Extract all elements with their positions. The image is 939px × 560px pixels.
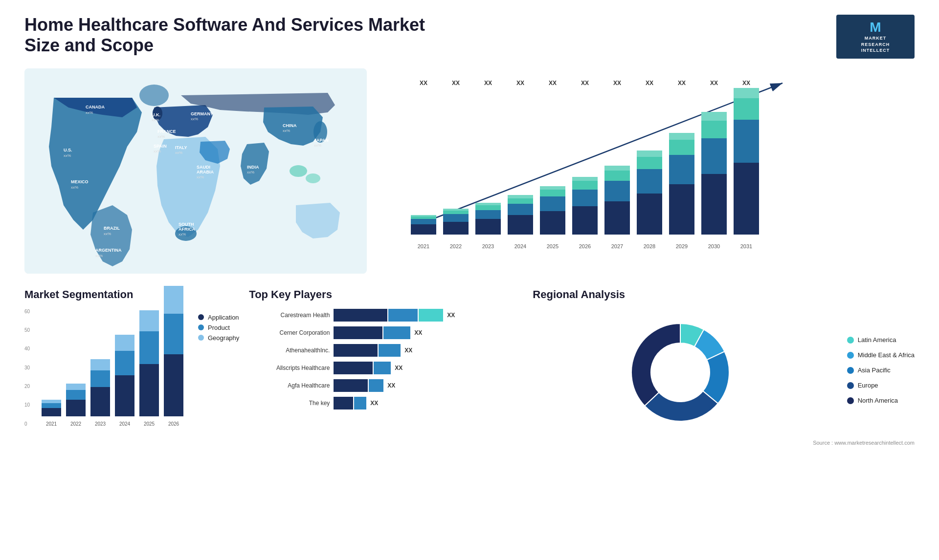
seg-bar-group [115, 335, 134, 416]
bar-year-label: 2021 [411, 243, 436, 249]
svg-point-6 [306, 173, 320, 183]
bar-segment [508, 198, 533, 204]
bar-segment [604, 201, 630, 235]
player-bar-container: XX [334, 326, 422, 339]
seg-legend-item: Geography [198, 334, 239, 342]
seg-bar-segment [164, 286, 183, 314]
regional-legend-label: Asia Pacific [858, 366, 891, 374]
bar-segment [508, 215, 533, 235]
seg-bar-segment [90, 359, 110, 370]
bar-group: XX [604, 80, 630, 235]
svg-text:SAUDI: SAUDI [197, 165, 210, 170]
seg-year: 2025 [139, 421, 159, 427]
bar-stack [508, 88, 533, 235]
bar-year-label: 2022 [443, 243, 469, 249]
bar-year-label: 2029 [669, 243, 694, 249]
bar-year-label: 2026 [572, 243, 598, 249]
regional-legend-item: Asia Pacific [847, 366, 915, 374]
bar-top-label: XX [710, 80, 718, 86]
bar-stack [475, 88, 501, 235]
bar-year-label: 2025 [540, 243, 565, 249]
bar-stack [604, 88, 630, 235]
player-bar-seg1 [334, 379, 368, 392]
page-title: Home Healthcare Software And Services Ma… [24, 15, 465, 56]
player-name: AthenahealthInc. [249, 347, 330, 354]
seg-legend-dot [198, 324, 204, 330]
svg-text:INDIA: INDIA [247, 165, 259, 170]
bar-year-label: 2031 [734, 243, 759, 249]
bar-years-row: 2021202220232024202520262027202820292030… [411, 241, 905, 249]
seg-bar-segment [42, 403, 61, 408]
world-map-svg: CANADA xx% U.S. xx% MEXICO xx% BRAZIL xx… [24, 68, 367, 274]
bar-group: XX [540, 80, 565, 235]
bar-segment [508, 204, 533, 215]
svg-text:xx%: xx% [314, 143, 321, 148]
bar-stack [443, 88, 469, 235]
bar-segment [540, 211, 565, 235]
player-bar-label: XX [404, 347, 412, 354]
regional-title: Regional Analysis [533, 288, 915, 301]
player-bar-container: XX [334, 379, 395, 392]
player-bar-seg2 [379, 344, 401, 357]
players-list: Carestream HealthXXCerner CorporationXXA… [249, 309, 523, 409]
svg-text:xx%: xx% [86, 110, 93, 115]
bar-chart-container: XXXXXXXXXXXXXXXXXXXXXX [411, 73, 905, 239]
player-row: Agfa HealthcareXX [249, 379, 523, 392]
players-panel: Top Key Players Carestream HealthXXCerne… [249, 288, 523, 446]
seg-bar-segment [66, 390, 86, 400]
bar-top-label: XX [420, 80, 427, 86]
player-bar-seg2 [369, 379, 383, 392]
seg-chart [24, 309, 183, 416]
donut-chart [617, 309, 744, 436]
player-name: The key [249, 400, 330, 407]
player-name: Carestream Health [249, 312, 330, 319]
segmentation-panel: Market Segmentation 0102030405060 202120… [24, 288, 239, 446]
player-bar-label: XX [370, 400, 378, 407]
svg-text:MEXICO: MEXICO [71, 179, 89, 184]
bar-segment [411, 219, 436, 224]
seg-legend-item: Product [198, 324, 239, 331]
bar-top-label: XX [484, 80, 492, 86]
seg-bar-segment [42, 400, 61, 403]
player-bar-seg1 [334, 397, 353, 409]
regional-legend-label: Europe [858, 382, 878, 389]
regional-legend-dot [847, 337, 854, 344]
player-bar-seg3 [419, 309, 443, 322]
seg-bar-segment [42, 408, 61, 416]
bar-segment [540, 186, 565, 190]
seg-bar-group [90, 359, 110, 416]
bar-top-label: XX [516, 80, 524, 86]
bar-segment [475, 205, 501, 210]
seg-year: 2023 [90, 421, 110, 427]
seg-bar-group [164, 286, 183, 416]
regional-legend-item: Latin America [847, 336, 915, 344]
seg-legend-label: Application [208, 314, 239, 321]
svg-text:ARGENTINA: ARGENTINA [95, 248, 122, 253]
bar-group: XX [508, 80, 533, 235]
bar-segment [669, 155, 694, 185]
bar-segment [572, 206, 598, 234]
bar-segment [540, 190, 565, 197]
regional-legend: Latin AmericaMiddle East & AfricaAsia Pa… [847, 336, 915, 408]
bar-stack [540, 88, 565, 235]
canada-label: CANADA [86, 105, 105, 109]
bar-segment [475, 219, 501, 234]
regional-legend-dot [847, 352, 854, 359]
bar-top-label: XX [452, 80, 460, 86]
bar-segment [669, 140, 694, 154]
seg-bar-segment [139, 310, 159, 331]
bar-segment [443, 211, 469, 214]
seg-bar-segment [164, 354, 183, 416]
bar-stack [669, 88, 694, 235]
svg-text:xx%: xx% [247, 170, 254, 174]
player-name: Agfa Healthcare [249, 382, 330, 389]
seg-y-label: 0 [24, 421, 30, 427]
bar-year-label: 2030 [701, 243, 727, 249]
seg-year: 2021 [42, 421, 61, 427]
seg-legend-item: Application [198, 314, 239, 321]
regional-legend-item: North America [847, 397, 915, 404]
svg-text:xx%: xx% [179, 232, 186, 237]
bar-stack [637, 88, 662, 235]
player-name: Cerner Corporation [249, 329, 330, 336]
donut-segment [631, 323, 680, 406]
